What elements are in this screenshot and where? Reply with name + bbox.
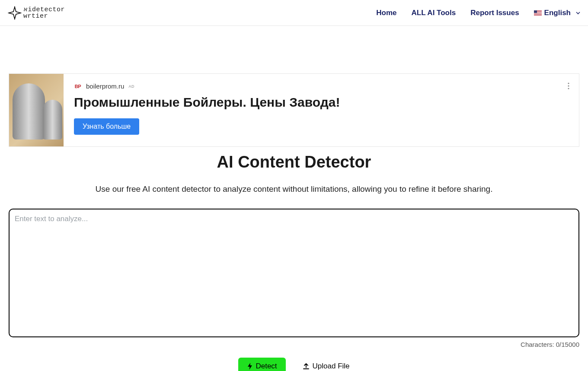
ad-cta-button[interactable]: Узнать больше	[74, 118, 139, 135]
upload-file-label: Upload File	[313, 362, 350, 371]
nav-report-issues[interactable]: Report Issues	[470, 9, 519, 17]
upload-file-button[interactable]: Upload File	[303, 362, 350, 371]
ad-source-row: BP boilerprom.ru AD	[74, 82, 569, 90]
action-row: Detect Upload File	[9, 358, 579, 371]
page-title: AI Content Detector	[9, 153, 579, 171]
page-subtitle: Use our free AI content detector to anal…	[9, 184, 579, 194]
analyze-textarea[interactable]	[15, 215, 573, 331]
svg-point-1	[568, 85, 569, 86]
ad-favicon-icon: BP	[74, 83, 82, 89]
analyze-box	[9, 209, 579, 337]
svg-point-0	[568, 82, 569, 84]
bolt-icon	[247, 363, 253, 370]
star-icon	[8, 6, 22, 20]
detect-button[interactable]: Detect	[238, 358, 285, 371]
logo-text-line2: wrtier	[23, 13, 65, 19]
ad-body: BP boilerprom.ru AD Промышленные Бойлеры…	[64, 74, 579, 146]
nav-home[interactable]: Home	[376, 9, 396, 17]
flag-us-icon	[534, 10, 542, 16]
ad-headline: Промышленные Бойлеры. Цены Завода!	[74, 95, 569, 110]
site-logo[interactable]: אidetector wrtier	[8, 6, 65, 20]
upload-icon	[303, 363, 309, 370]
main-nav: Home ALL AI Tools Report Issues English	[376, 9, 580, 17]
chevron-down-icon	[576, 11, 580, 15]
nav-language-label: English	[544, 9, 571, 17]
ad-menu-button[interactable]	[565, 82, 572, 90]
char-counter: Characters: 0/15000	[9, 341, 579, 348]
nav-language-selector[interactable]: English	[534, 9, 580, 17]
logo-text-line1: אidetector	[23, 6, 65, 13]
detect-button-label: Detect	[256, 362, 277, 371]
ad-domain: boilerprom.ru	[86, 82, 124, 90]
ad-label: AD	[128, 84, 134, 89]
more-vertical-icon	[568, 82, 569, 89]
ad-banner[interactable]: BP boilerprom.ru AD Промышленные Бойлеры…	[9, 73, 579, 147]
svg-point-2	[568, 88, 569, 89]
site-header: אidetector wrtier Home ALL AI Tools Repo…	[0, 0, 588, 26]
ad-image	[9, 74, 64, 146]
page-content: BP boilerprom.ru AD Промышленные Бойлеры…	[0, 73, 588, 371]
logo-text: אidetector wrtier	[23, 6, 65, 19]
nav-all-ai-tools[interactable]: ALL AI Tools	[412, 9, 456, 17]
